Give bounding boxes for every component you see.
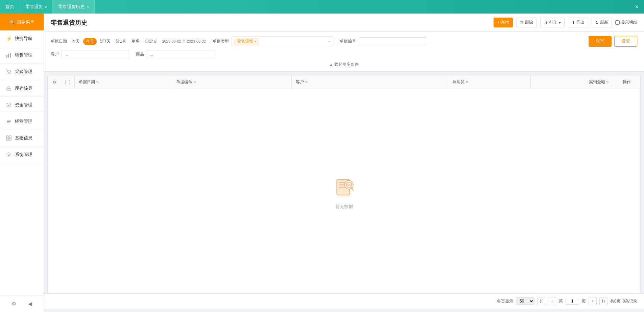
export-icon: ⬆: [572, 20, 575, 25]
page-label: 第: [559, 298, 563, 304]
voucher-type-tag-label: 零售退货: [237, 39, 253, 44]
th-date-sort-icon: ⇅: [96, 80, 99, 84]
date-btn-7days[interactable]: 近7天: [98, 38, 113, 45]
svg-rect-20: [339, 184, 344, 185]
page-next-button[interactable]: ›: [589, 297, 597, 305]
column-settings-icon[interactable]: ⚙: [52, 80, 56, 85]
select-all-checkbox[interactable]: [66, 80, 70, 84]
filter-actions: 查询 设置: [589, 36, 637, 47]
tab-retail-return[interactable]: 零售退货 ×: [20, 0, 53, 14]
collapse-row[interactable]: ▲ 收起更多条件: [51, 62, 637, 67]
sidebar-item-quicknav-label: 快捷导航: [15, 36, 32, 42]
page-last-button[interactable]: ⟩⟩: [599, 297, 607, 305]
customer-input[interactable]: [62, 50, 129, 58]
print-dropdown-icon: ▾: [559, 20, 561, 25]
date-filter: 单据日期 昨天 今天 近7天 近1月 更多 自定义 2023-06-02 至 2…: [51, 38, 206, 45]
content-area: 零售退货历史 + 新增 🗑 删除 🖨 打印 ▾ ⬆ 导出 ↻ 刷新: [44, 14, 644, 312]
th-date-label: 单据日期: [79, 79, 95, 85]
sidebar-item-purchase[interactable]: 采购管理: [0, 64, 44, 80]
svg-rect-6: [8, 87, 10, 88]
search-icon: 🔍: [9, 20, 15, 25]
print-button[interactable]: 🖨 打印 ▾: [540, 18, 565, 27]
page-size-label: 每页显示: [497, 298, 513, 304]
th-customer-label: 客户: [296, 79, 304, 85]
th-date[interactable]: 单据日期 ⇅: [75, 75, 172, 89]
tab-retail-return-close-icon[interactable]: ×: [45, 5, 47, 9]
page-size-select[interactable]: 50 10 20 100: [516, 297, 534, 305]
delete-button[interactable]: 🗑 删除: [516, 18, 537, 27]
quicknav-icon: ⚡: [5, 35, 12, 42]
customer-filter: 客户: [51, 50, 129, 58]
voucher-type-select[interactable]: 零售退货 × ▾: [232, 37, 333, 46]
sidebar-search-label: 搜索菜单: [17, 19, 34, 25]
page-number-input[interactable]: [566, 298, 579, 305]
date-btn-more[interactable]: 更多: [129, 38, 142, 45]
refresh-button[interactable]: ↻ 刷新: [592, 18, 612, 27]
query-button[interactable]: 查询: [589, 36, 612, 47]
tab-retail-return-history[interactable]: 零售退货历史 ×: [53, 0, 94, 14]
th-voucher[interactable]: 单据编号 ⇅: [172, 75, 292, 89]
new-button[interactable]: + 新增: [494, 18, 512, 27]
sidebar-item-sales-label: 销售管理: [15, 52, 32, 58]
sidebar-item-inventory[interactable]: 库存核算: [0, 80, 44, 97]
tab-home-label: 首页: [5, 4, 14, 10]
date-btn-today[interactable]: 今天: [83, 38, 97, 45]
voucher-type-dropdown-icon: ▾: [328, 40, 330, 43]
show-detail-checkbox[interactable]: 显示明细: [615, 20, 637, 25]
th-guide-sort-icon: ⇅: [466, 80, 468, 84]
th-checkbox[interactable]: [61, 75, 75, 89]
sidebar-footer: ⚙ ◀: [0, 295, 44, 312]
th-amount-label: 实销金额: [589, 79, 605, 85]
svg-point-16: [8, 154, 10, 156]
settings-icon[interactable]: ⚙: [11, 300, 16, 307]
filter-row-2: 客户 商品: [51, 50, 637, 58]
svg-rect-12: [6, 136, 8, 138]
voucher-type-tag-close[interactable]: ×: [255, 40, 257, 43]
svg-point-3: [8, 73, 9, 74]
th-settings[interactable]: ⚙: [48, 75, 61, 89]
date-shortcuts: 昨天 今天 近7天 近1月 更多 自定义: [70, 38, 159, 45]
toolbar: + 新增 🗑 删除 🖨 打印 ▾ ⬆ 导出 ↻ 刷新 显示明细: [494, 18, 637, 31]
refresh-icon: ↻: [595, 20, 599, 25]
goods-input[interactable]: [147, 50, 214, 58]
th-customer[interactable]: 客户 ⇅: [292, 75, 448, 89]
sidebar-item-system[interactable]: 系统管理: [0, 147, 44, 163]
collapse-up-icon: ▲: [329, 62, 333, 67]
voucher-no-input[interactable]: [359, 37, 426, 45]
sidebar-item-basic-label: 基础信息: [15, 135, 32, 141]
tab-retail-return-label: 零售退货: [25, 4, 43, 10]
empty-text: 暂无数据: [335, 204, 353, 210]
sidebar-item-operations[interactable]: 经营管理: [0, 113, 44, 130]
sidebar-item-purchase-label: 采购管理: [15, 69, 32, 75]
sidebar-search[interactable]: 🔍 搜索菜单: [0, 14, 44, 30]
sidebar-item-basic[interactable]: 基础信息: [0, 130, 44, 147]
sidebar-item-sales[interactable]: 销售管理: [0, 47, 44, 64]
sidebar-item-quicknav[interactable]: ⚡ 快捷导航: [0, 30, 44, 47]
date-btn-1month[interactable]: 近1月: [114, 38, 128, 45]
th-amount[interactable]: 实销金额 ⇅: [531, 75, 613, 89]
th-action-label: 操作: [623, 79, 631, 85]
tab-home[interactable]: 首页: [0, 0, 20, 14]
date-btn-yesterday[interactable]: 昨天: [70, 38, 82, 45]
purchase-icon: [5, 68, 12, 75]
set-button[interactable]: 设置: [614, 36, 637, 47]
sidebar-item-inventory-label: 库存核算: [15, 85, 32, 91]
goods-filter: 商品: [136, 50, 214, 58]
export-label: 导出: [576, 20, 585, 25]
topbar-tabs: 首页 零售退货 × 零售退货历史 ×: [0, 0, 629, 14]
date-btn-custom[interactable]: 自定义: [143, 38, 159, 45]
show-detail-input[interactable]: [615, 20, 620, 25]
page-first-button[interactable]: ⟨⟨: [537, 297, 545, 305]
page-prev-button[interactable]: ‹: [548, 297, 556, 305]
close-all-button[interactable]: ×: [629, 3, 644, 10]
collapse-label: 收起更多条件: [334, 62, 359, 67]
collapse-icon[interactable]: ◀: [28, 300, 32, 307]
page-title: 零售退货历史: [51, 19, 87, 31]
voucher-no-filter: 单据编号: [340, 37, 426, 45]
tab-retail-return-history-close-icon[interactable]: ×: [87, 5, 89, 9]
export-button[interactable]: ⬆ 导出: [568, 18, 588, 27]
sidebar-item-finance[interactable]: ¥ 资金管理: [0, 97, 44, 113]
th-guide-label: 导购员: [452, 79, 464, 85]
page-summary: 共0页, 0条记录: [610, 298, 637, 304]
th-guide[interactable]: 导购员 ⇅: [448, 75, 531, 89]
